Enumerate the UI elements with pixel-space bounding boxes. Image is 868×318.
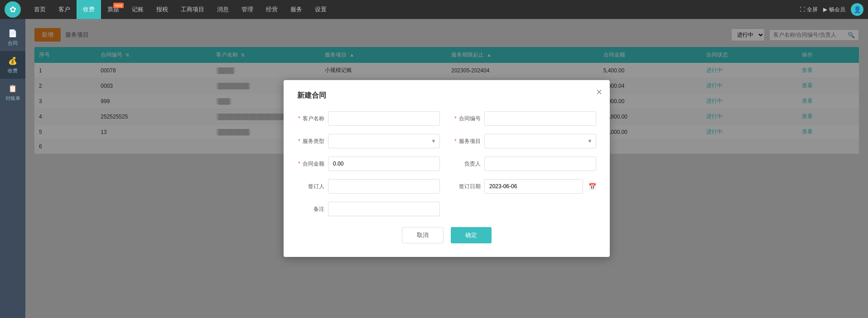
nav-bookkeeping[interactable]: 记账 xyxy=(125,0,150,19)
service-item-group: * 服务项目 ▼ xyxy=(453,134,596,148)
nav-invoice[interactable]: 票据 new xyxy=(101,0,125,19)
contract-amount-group: * 合同金额 xyxy=(297,157,440,171)
sidebar-item-statement[interactable]: 📋 对账单 xyxy=(0,79,25,106)
nav-service[interactable]: 服务 xyxy=(284,0,309,19)
signer-group: 签订人 xyxy=(297,179,440,194)
confirm-button[interactable]: 确定 xyxy=(451,227,492,243)
nav-items: 首页 客户 收费 票据 new 记账 报税 工商项目 消息 管理 经营 服务 设… xyxy=(28,0,800,19)
form-row-3: * 合同金额 负责人 xyxy=(297,157,596,171)
nav-right: ⛶ 全屏 ▶ 畅会员 👤 xyxy=(800,3,863,16)
close-button[interactable]: ✕ xyxy=(596,87,603,97)
service-item-select-wrapper: ▼ xyxy=(484,134,596,148)
charge-icon: 💰 xyxy=(8,56,18,66)
service-item-select[interactable] xyxy=(484,134,596,148)
content-area: 新增 服务项目 进行中 已完成 全部 🔍 序号 合同编号 ⇅ 客户名称 ⇅ xyxy=(25,19,868,318)
sidebar: 📄 合同 💰 收费 📋 对账单 xyxy=(0,19,25,318)
nav-message[interactable]: 消息 xyxy=(211,0,235,19)
form-row-5: 备注 xyxy=(297,202,596,216)
customer-name-input[interactable] xyxy=(328,111,440,126)
sign-date-input[interactable] xyxy=(484,179,583,194)
modal-title: 新建合同 xyxy=(297,91,596,100)
sidebar-label-statement: 对账单 xyxy=(5,95,20,102)
avatar[interactable]: 👤 xyxy=(851,3,863,16)
new-badge: new xyxy=(113,3,124,8)
vip-button[interactable]: ▶ 畅会员 xyxy=(823,6,845,14)
responsible-person-input[interactable] xyxy=(484,157,596,171)
form-row-4: 签订人 签订日期 📅 xyxy=(297,179,596,194)
nav-home[interactable]: 首页 xyxy=(28,0,52,19)
service-item-label: * 服务项目 xyxy=(453,138,481,145)
form-row-2: * 服务类型 ▼ * 服务项目 xyxy=(297,134,596,148)
service-type-group: * 服务类型 ▼ xyxy=(297,134,440,148)
sidebar-label-charge: 收费 xyxy=(8,67,18,74)
top-navigation: ✿ 首页 客户 收费 票据 new 记账 报税 工商项目 消息 管理 经营 服务… xyxy=(0,0,868,19)
nav-tax[interactable]: 报税 xyxy=(150,0,174,19)
logo: ✿ xyxy=(5,1,21,18)
sidebar-item-contract[interactable]: 📄 合同 xyxy=(0,24,25,51)
sign-date-group: 签订日期 📅 xyxy=(453,179,596,194)
nav-manage[interactable]: 管理 xyxy=(235,0,260,19)
fullscreen-icon: ⛶ xyxy=(800,6,805,13)
nav-customer[interactable]: 客户 xyxy=(52,0,77,19)
customer-name-group: * 客户名称 xyxy=(297,111,440,126)
responsible-person-group: 负责人 xyxy=(453,157,596,171)
main-layout: 📄 合同 💰 收费 📋 对账单 新增 服务项目 进行中 已完成 全部 🔍 xyxy=(0,19,868,318)
contract-amount-input[interactable] xyxy=(328,157,440,171)
service-type-select-wrapper: ▼ xyxy=(328,134,440,148)
nav-business[interactable]: 工商项目 xyxy=(174,0,211,19)
note-group: 备注 xyxy=(297,202,440,216)
contract-icon: 📄 xyxy=(8,28,18,38)
contract-amount-label: * 合同金额 xyxy=(297,160,324,168)
contract-no-input[interactable] xyxy=(484,111,596,126)
form-row-1: * 客户名称 * 合同编号 xyxy=(297,111,596,126)
new-contract-modal: 新建合同 ✕ * 客户名称 * 合同编号 xyxy=(284,80,610,257)
modal-footer: 取消 确定 xyxy=(297,227,596,243)
customer-name-label: * 客户名称 xyxy=(297,115,324,123)
note-input[interactable] xyxy=(328,202,440,216)
contract-no-label: * 合同编号 xyxy=(453,115,481,123)
sign-date-label: 签订日期 xyxy=(453,183,481,190)
statement-icon: 📋 xyxy=(8,83,18,93)
service-type-select[interactable] xyxy=(328,134,440,148)
signer-input[interactable] xyxy=(328,179,440,194)
contract-no-group: * 合同编号 xyxy=(453,111,596,126)
nav-operation[interactable]: 经营 xyxy=(260,0,284,19)
nav-settings[interactable]: 设置 xyxy=(309,0,333,19)
note-label: 备注 xyxy=(297,205,324,213)
fullscreen-button[interactable]: ⛶ 全屏 xyxy=(800,6,818,14)
vip-icon: ▶ xyxy=(823,6,827,13)
service-type-label: * 服务类型 xyxy=(297,138,324,145)
nav-charge[interactable]: 收费 xyxy=(77,0,101,19)
signer-label: 签订人 xyxy=(297,183,324,190)
modal-overlay: 新建合同 ✕ * 客户名称 * 合同编号 xyxy=(25,19,868,318)
calendar-icon[interactable]: 📅 xyxy=(588,183,596,190)
sidebar-item-charge[interactable]: 💰 收费 xyxy=(0,51,25,79)
responsible-person-label: 负责人 xyxy=(453,160,481,168)
cancel-button[interactable]: 取消 xyxy=(402,227,444,243)
sidebar-label-contract: 合同 xyxy=(8,40,18,47)
